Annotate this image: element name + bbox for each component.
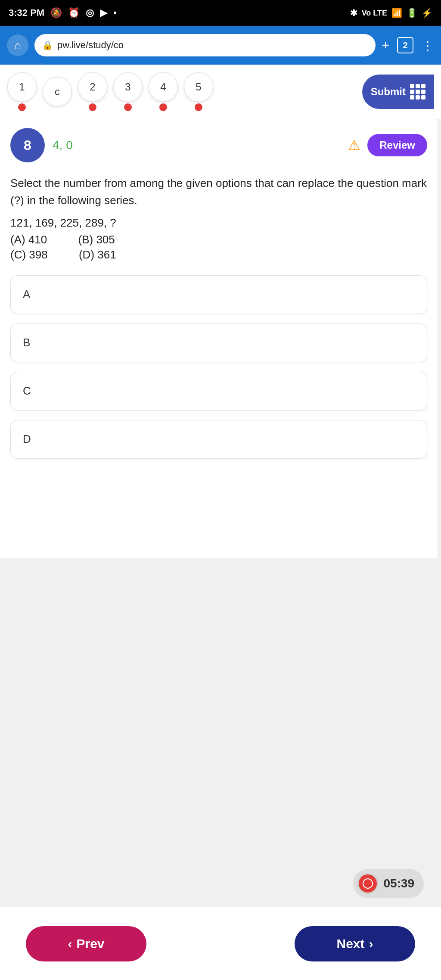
answer-option-d[interactable]: D xyxy=(10,420,427,459)
next-label: Next xyxy=(336,936,364,951)
next-chevron-icon: › xyxy=(369,936,373,951)
play-icon: ▶ xyxy=(100,7,107,19)
nav-dot-5 xyxy=(195,103,202,111)
nav-num-4[interactable]: 4 xyxy=(149,72,178,102)
answer-option-c[interactable]: C xyxy=(10,372,427,411)
nav-item-4[interactable]: 4 xyxy=(148,72,178,111)
alarm-icon: ⏰ xyxy=(68,7,80,19)
nav-num-2[interactable]: 2 xyxy=(78,72,107,102)
question-series: 121, 169, 225, 289, ? xyxy=(10,216,427,230)
question-option-a-text: (A) 410 (B) 305 xyxy=(10,233,427,246)
main-content: 8 4, 0 ⚠ Review Select the number from a… xyxy=(0,119,438,558)
nav-item-c[interactable]: c xyxy=(42,77,72,106)
home-button[interactable]: ⌂ xyxy=(7,34,28,56)
nav-dot-2 xyxy=(89,103,96,111)
status-time: 3:32 PM xyxy=(9,7,44,19)
nav-dot-3 xyxy=(124,103,132,111)
dot-icon: • xyxy=(113,7,117,19)
grid-icon xyxy=(410,84,425,100)
question-header: 8 4, 0 ⚠ Review xyxy=(10,128,427,162)
question-score: 4, 0 xyxy=(53,138,73,152)
score-value: 4, 0 xyxy=(53,138,73,152)
question-option-c-text: (C) 398 (D) 361 xyxy=(10,248,427,261)
url-bar[interactable]: 🔒 pw.live/study/co xyxy=(34,34,376,56)
bluetooth-icon: ✱ xyxy=(350,8,357,18)
signal-icon: 📶 xyxy=(391,8,402,18)
timer-record-inner xyxy=(363,878,373,889)
url-text: pw.live/study/co xyxy=(57,40,124,51)
browser-bar: ⌂ 🔒 pw.live/study/co + 2 ⋮ xyxy=(0,26,441,65)
nav-num-5[interactable]: 5 xyxy=(184,72,213,102)
status-right: ✱ Vo LTE 📶 🔋 ⚡ xyxy=(350,8,432,18)
tab-count[interactable]: 2 xyxy=(397,37,413,53)
bell-off-icon: 🔕 xyxy=(50,7,62,19)
nav-item-1[interactable]: 1 xyxy=(7,72,37,111)
answer-option-b[interactable]: B xyxy=(10,324,427,362)
nav-dot-1 xyxy=(18,103,26,111)
lock-icon: 🔒 xyxy=(42,40,53,50)
review-button[interactable]: Review xyxy=(367,134,427,156)
submit-label: Submit xyxy=(371,86,406,98)
whatsapp-icon: ◎ xyxy=(86,7,94,19)
browser-actions: + 2 ⋮ xyxy=(382,37,434,53)
timer-record-button[interactable] xyxy=(357,873,378,894)
question-text: Select the number from among the given o… xyxy=(10,174,427,209)
next-button[interactable]: Next › xyxy=(295,926,415,961)
warning-icon[interactable]: ⚠ xyxy=(348,137,360,153)
nav-item-3[interactable]: 3 xyxy=(113,72,143,111)
submit-button[interactable]: Submit xyxy=(362,75,434,109)
prev-label: Prev xyxy=(76,936,104,951)
answer-options: A B C D xyxy=(10,275,427,459)
nav-num-c[interactable]: c xyxy=(43,77,72,106)
bottom-nav: ‹ Prev Next › xyxy=(0,907,441,980)
charging-icon: ⚡ xyxy=(422,8,432,18)
prev-chevron-icon: ‹ xyxy=(68,936,72,951)
timer-display: 05:39 xyxy=(383,877,414,890)
nav-item-2[interactable]: 2 xyxy=(78,72,108,111)
nav-num-3[interactable]: 3 xyxy=(113,72,143,102)
menu-icon[interactable]: ⋮ xyxy=(421,38,434,53)
battery-icon: 🔋 xyxy=(407,8,417,18)
question-nav: 1 c 2 3 4 5 Submit xyxy=(0,65,441,119)
nav-item-5[interactable]: 5 xyxy=(183,72,214,111)
status-left: 3:32 PM 🔕 ⏰ ◎ ▶ • xyxy=(9,7,117,19)
timer: 05:39 xyxy=(353,869,424,898)
add-tab-icon[interactable]: + xyxy=(382,38,389,53)
nav-num-1[interactable]: 1 xyxy=(7,72,37,102)
answer-option-a[interactable]: A xyxy=(10,275,427,314)
status-bar: 3:32 PM 🔕 ⏰ ◎ ▶ • ✱ Vo LTE 📶 🔋 ⚡ xyxy=(0,0,441,26)
nav-dot-4 xyxy=(159,103,167,111)
lte-icon: Vo LTE xyxy=(362,9,387,18)
question-number: 8 xyxy=(10,128,45,162)
prev-button[interactable]: ‹ Prev xyxy=(26,926,146,961)
question-actions: ⚠ Review xyxy=(348,134,427,156)
